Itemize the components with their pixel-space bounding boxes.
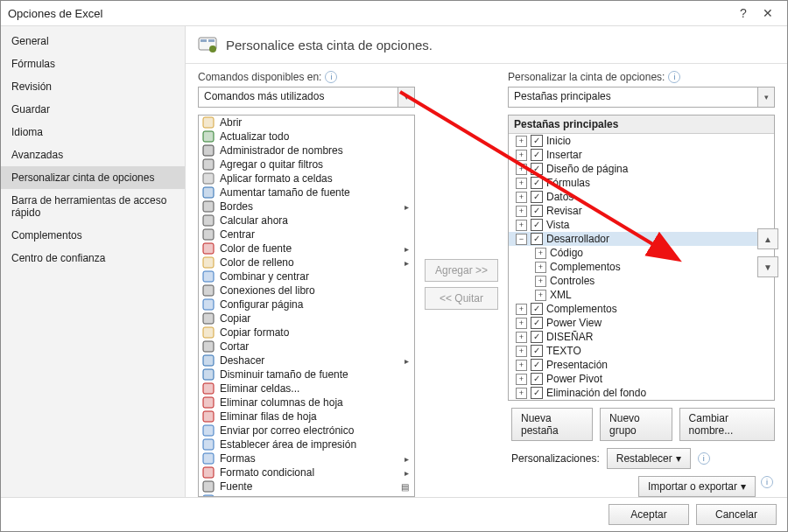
command-item[interactable]: Deshacer▸ <box>199 354 414 368</box>
new-tab-button[interactable]: Nueva pestaña <box>511 408 593 441</box>
tab-checkbox[interactable] <box>531 387 543 399</box>
command-item[interactable]: Configurar página <box>199 298 414 312</box>
sidebar-item[interactable]: Centro de confianza <box>1 247 185 270</box>
tree-group-row[interactable]: +Código <box>509 246 774 260</box>
info-icon[interactable]: i <box>325 71 337 83</box>
info-icon[interactable]: i <box>698 452 710 465</box>
expand-icon[interactable]: + <box>516 388 527 399</box>
sidebar-item[interactable]: Personalizar cinta de opciones <box>1 166 185 189</box>
command-item[interactable]: Calcular ahora <box>199 214 414 228</box>
expand-icon[interactable]: + <box>516 136 527 147</box>
tab-checkbox[interactable] <box>531 205 543 217</box>
expand-icon[interactable]: + <box>516 178 527 189</box>
info-icon[interactable]: i <box>761 476 773 488</box>
tree-tab-row[interactable]: +Inicio <box>509 134 774 148</box>
command-item[interactable]: Actualizar todo <box>199 130 414 144</box>
tab-checkbox[interactable] <box>531 359 543 371</box>
sidebar-item[interactable]: Avanzadas <box>1 144 185 166</box>
ok-button[interactable]: Aceptar <box>609 504 689 525</box>
command-item[interactable]: Aumentar tamaño de fuente <box>199 186 414 200</box>
tree-tab-row[interactable]: −Desarrollador <box>509 232 774 246</box>
command-item[interactable]: Formas▸ <box>199 452 414 466</box>
command-item[interactable]: Aplicar formato a celdas <box>199 172 414 186</box>
command-item[interactable]: Color de fuente▸ <box>199 242 414 256</box>
rename-button[interactable]: Cambiar nombre... <box>679 408 775 441</box>
expand-icon[interactable]: + <box>516 332 527 343</box>
sidebar-item[interactable]: Revisión <box>1 75 185 98</box>
command-item[interactable]: Bordes▸ <box>199 200 414 214</box>
tree-group-row[interactable]: +XML <box>509 288 774 302</box>
close-button[interactable]: ✕ <box>756 6 780 20</box>
tree-tab-row[interactable]: +Power Pivot <box>509 372 774 386</box>
expand-icon[interactable]: + <box>516 206 527 217</box>
tree-tab-row[interactable]: +Presentación <box>509 358 774 372</box>
tab-checkbox[interactable] <box>531 177 543 189</box>
tree-tab-row[interactable]: +Complementos <box>509 302 774 316</box>
command-item[interactable]: Centrar <box>199 228 414 242</box>
tree-tab-row[interactable]: +Eliminación del fondo <box>509 386 774 400</box>
add-button[interactable]: Agregar >> <box>425 259 498 282</box>
tree-group-row[interactable]: +Controles <box>509 274 774 288</box>
expand-icon[interactable]: + <box>516 164 527 175</box>
command-item[interactable]: Agregar o quitar filtros <box>199 158 414 172</box>
expand-icon[interactable]: + <box>516 360 527 371</box>
expand-icon[interactable]: + <box>535 290 546 301</box>
command-item[interactable]: Combinar y centrar <box>199 270 414 284</box>
tab-checkbox[interactable] <box>531 233 543 245</box>
commands-listbox[interactable]: AbrirActualizar todoAdministrador de nom… <box>198 115 415 497</box>
tab-checkbox[interactable] <box>531 149 543 161</box>
sidebar-item[interactable]: Guardar <box>1 98 185 121</box>
sidebar-item[interactable]: Complementos <box>1 224 185 247</box>
ribbon-tree[interactable]: Pestañas principales+Inicio+Insertar+Dis… <box>508 115 775 401</box>
move-up-button[interactable]: ▲ <box>757 228 778 249</box>
command-item[interactable]: Guardar <box>199 494 414 497</box>
sidebar-item[interactable]: General <box>1 30 185 52</box>
expand-icon[interactable]: + <box>516 374 527 385</box>
expand-icon[interactable]: + <box>516 192 527 203</box>
new-group-button[interactable]: Nuevo grupo <box>600 408 672 441</box>
tab-checkbox[interactable] <box>531 219 543 231</box>
tree-tab-row[interactable]: +Power View <box>509 316 774 330</box>
chevron-down-icon[interactable]: ▾ <box>398 88 414 107</box>
command-item[interactable]: Administrador de nombres <box>199 144 414 158</box>
command-item[interactable]: Color de relleno▸ <box>199 256 414 270</box>
command-item[interactable]: Cortar <box>199 340 414 354</box>
expand-icon[interactable]: + <box>516 318 527 329</box>
commands-from-combo[interactable]: Comandos más utilizados ▾ <box>198 87 415 108</box>
tab-checkbox[interactable] <box>531 163 543 175</box>
expand-icon[interactable]: + <box>516 346 527 357</box>
tree-tab-row[interactable]: +DISEÑAR <box>509 330 774 344</box>
move-down-button[interactable]: ▼ <box>757 256 778 277</box>
expand-icon[interactable]: + <box>535 262 546 273</box>
tree-group-row[interactable]: +Complementos <box>509 260 774 274</box>
tab-checkbox[interactable] <box>531 345 543 357</box>
command-item[interactable]: Conexiones del libro <box>199 284 414 298</box>
import-export-dropdown[interactable]: Importar o exportar▾ <box>638 476 756 497</box>
tree-tab-row[interactable]: +Insertar <box>509 148 774 162</box>
expand-icon[interactable]: + <box>516 304 527 315</box>
tree-tab-row[interactable]: +Revisar <box>509 204 774 218</box>
tab-checkbox[interactable] <box>531 135 543 147</box>
sidebar-item[interactable]: Fórmulas <box>1 52 185 75</box>
tree-tab-row[interactable]: +Fórmulas <box>509 176 774 190</box>
tree-tab-row[interactable]: +TEXTO <box>509 344 774 358</box>
expand-icon[interactable]: + <box>535 248 546 259</box>
command-item[interactable]: Disminuir tamaño de fuente <box>199 368 414 382</box>
cancel-button[interactable]: Cancelar <box>696 504 777 525</box>
collapse-icon[interactable]: − <box>516 234 527 245</box>
tab-checkbox[interactable] <box>531 317 543 329</box>
expand-icon[interactable]: + <box>516 220 527 231</box>
command-item[interactable]: Eliminar celdas... <box>199 382 414 396</box>
info-icon[interactable]: i <box>668 71 680 83</box>
tab-checkbox[interactable] <box>531 191 543 203</box>
tree-tab-row[interactable]: +Diseño de página <box>509 162 774 176</box>
expand-icon[interactable]: + <box>516 150 527 161</box>
command-item[interactable]: Fuente▤ <box>199 480 414 494</box>
command-item[interactable]: Eliminar columnas de hoja <box>199 396 414 410</box>
remove-button[interactable]: << Quitar <box>425 287 498 310</box>
help-button[interactable]: ? <box>731 6 756 20</box>
command-item[interactable]: Formato condicional▸ <box>199 466 414 480</box>
command-item[interactable]: Copiar <box>199 312 414 326</box>
command-item[interactable]: Establecer área de impresión <box>199 438 414 452</box>
chevron-down-icon[interactable]: ▾ <box>757 88 774 107</box>
